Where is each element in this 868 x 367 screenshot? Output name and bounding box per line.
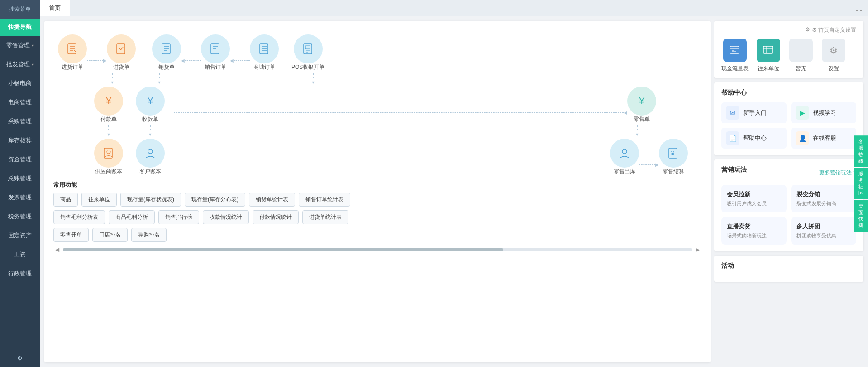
sidebar-item-ecommerce-small[interactable]: 小畅电商 (0, 74, 40, 93)
float-btn-service[interactable]: 客服热线 (854, 135, 868, 167)
quick-nav-none[interactable]: 暂无 (788, 39, 814, 72)
common-buttons-row2: 销售毛利分析表 商品毛利分析 销售排行榜 收款情况统计 付款情况统计 进货单统计… (53, 210, 701, 224)
btn-guide-rank[interactable]: 导购排名 (131, 228, 167, 242)
node-sales-order[interactable]: 销售订单 (201, 34, 230, 71)
node-supplier-book[interactable]: 供应商账本 (94, 139, 123, 175)
svg-rect-4 (117, 44, 125, 54)
sidebar-item-assets[interactable]: 固定资产 (0, 226, 40, 245)
marketing-item-member[interactable]: 会员拉新 吸引用户成为会员 (721, 185, 787, 212)
node-customer-book[interactable]: 客户账本 (136, 139, 165, 175)
btn-sales-stat[interactable]: 销货单统计表 (249, 193, 295, 207)
connector-2: ◀ (181, 58, 201, 63)
sidebar-search[interactable]: 搜索菜单 (0, 0, 40, 19)
retail-outbound-icon (610, 139, 639, 168)
btn-receipt-stat[interactable]: 收款情况统计 (203, 210, 249, 224)
beginner-icon: ✉ (726, 106, 739, 120)
sidebar-item-salary[interactable]: 工资 (0, 245, 40, 264)
customize-settings[interactable]: ⚙ ⚙ 首页自定义设置 (721, 26, 856, 34)
float-btn-desktop[interactable]: 桌面快捷 (854, 200, 868, 232)
help-item-support[interactable]: 👤 在线客服 (791, 128, 856, 149)
btn-sales-profit[interactable]: 销售毛利分析表 (53, 210, 105, 224)
marketing-item-live[interactable]: 直播卖货 场景式购物新玩法 (721, 217, 787, 245)
btn-purchase-stat[interactable]: 进货单统计表 (302, 210, 348, 224)
activity-panel: 活动 (714, 256, 863, 282)
sidebar-nav-header: 快捷导航 (0, 19, 40, 36)
btn-store-rank[interactable]: 门店排名 (92, 228, 128, 242)
fission-desc: 裂变式发展分销商 (796, 200, 851, 207)
chevron-down-icon: ▾ (32, 62, 34, 67)
btn-units[interactable]: 往来单位 (81, 193, 117, 207)
btn-stock-status[interactable]: 现存量(库存状况表) (120, 193, 181, 207)
connector-1: ▶ (87, 58, 107, 63)
node-retail-settlement[interactable]: ¥ 零售结算 (659, 139, 688, 175)
marketing-panel: 营销玩法 更多营销玩法 > 会员拉新 吸引用户成为会员 裂变分销 裂变式发展分销… (714, 159, 863, 251)
btn-goods[interactable]: 商品 (53, 193, 78, 207)
sidebar-item-ecommerce[interactable]: 电商管理 (0, 93, 40, 112)
sidebar-item-retail[interactable]: 零售管理 ▾ (0, 36, 40, 55)
scroll-right-arrow[interactable]: ▶ (694, 246, 701, 254)
node-purchase[interactable]: 进货单 (107, 34, 136, 71)
sidebar-item-tax[interactable]: 税务管理 (0, 207, 40, 226)
purchase-label: 进货单 (113, 63, 129, 71)
flow-panel: 进货订单 ▶ (44, 21, 711, 362)
retail-settlement-label: 零售结算 (663, 168, 684, 175)
supplier-book-label: 供应商账本 (95, 168, 122, 175)
scroll-track[interactable] (63, 248, 692, 251)
help-item-beginner[interactable]: ✉ 新手入门 (721, 102, 787, 123)
sidebar-item-ledger[interactable]: 总账管理 (0, 169, 40, 188)
btn-sales-order-stat[interactable]: 销售订单统计表 (299, 193, 350, 207)
svg-text:¥: ¥ (671, 150, 674, 157)
retail-icon: ¥ (627, 87, 656, 116)
sidebar-item-wholesale[interactable]: 批发管理 ▾ (0, 55, 40, 74)
btn-goods-profit[interactable]: 商品毛利分析 (109, 210, 155, 224)
sidebar-item-finance[interactable]: 资金管理 (0, 150, 40, 169)
chevron-down-icon: ▾ (32, 43, 34, 48)
sidebar-item-invoice[interactable]: 发票管理 (0, 188, 40, 207)
node-pos[interactable]: POS收银开单 (291, 34, 324, 71)
units-icon (757, 39, 780, 62)
sidebar-item-admin[interactable]: 行政管理 (0, 264, 40, 283)
node-sales[interactable]: 销货单 (152, 34, 181, 71)
fullscreen-icon[interactable]: ⛶ (855, 4, 868, 12)
float-btn-community[interactable]: 服务社区 (854, 168, 868, 199)
btn-payment-stat[interactable]: 付款情况统计 (253, 210, 299, 224)
help-item-video[interactable]: ▶ 视频学习 (791, 102, 856, 123)
sidebar-item-purchase[interactable]: 采购管理 (0, 112, 40, 131)
help-item-help[interactable]: 📄 帮助中心 (721, 128, 787, 149)
customer-book-label: 客户账本 (139, 168, 161, 175)
svg-point-22 (148, 149, 153, 154)
quick-nav-settings[interactable]: ⚙ 设置 (821, 39, 846, 72)
svg-rect-26 (730, 46, 739, 53)
payment-label: 付款单 (100, 116, 117, 123)
quick-nav-cashflow[interactable]: 现金流量表 (721, 39, 749, 72)
fission-title: 裂变分销 (796, 190, 851, 198)
marketing-item-group[interactable]: 多人拼团 拼团购物享受优惠 (791, 217, 856, 245)
quick-nav-units[interactable]: 往来单位 (756, 39, 781, 72)
btn-sales-rank[interactable]: 销售排行榜 (158, 210, 199, 224)
pos-label: POS收银开单 (291, 63, 324, 71)
node-mall-order[interactable]: 商城订单 (250, 34, 279, 71)
help-title: 帮助中心 (721, 89, 856, 97)
tab-bar: 首页 ⛶ (40, 0, 868, 16)
marketing-item-fission[interactable]: 裂变分销 裂变式发展分销商 (791, 185, 856, 212)
retail-label: 零售单 (634, 116, 650, 123)
node-receipt[interactable]: ¥ 收款单 (136, 87, 165, 123)
svg-rect-9 (211, 44, 219, 54)
tab-home[interactable]: 首页 (40, 0, 70, 16)
quick-nav-bar: ⚙ ⚙ 首页自定义设置 现金流量表 (714, 21, 863, 78)
member-title: 会员拉新 (727, 190, 781, 198)
beginner-label: 新手入门 (743, 109, 767, 117)
node-retail-outbound[interactable]: 零售出库 (610, 139, 639, 175)
scroll-left-arrow[interactable]: ◀ (53, 246, 61, 254)
node-purchase-order[interactable]: 进货订单 (58, 34, 87, 71)
settings-icon: ⚙ (822, 39, 845, 62)
purchase-order-icon (58, 34, 87, 63)
node-retail[interactable]: ¥ 零售单 (627, 87, 656, 123)
marketing-more[interactable]: 更多营销玩法 > (819, 169, 856, 177)
sidebar-item-inventory[interactable]: 库存核算 (0, 131, 40, 150)
sidebar-settings[interactable]: ⚙ (0, 349, 40, 367)
svg-rect-0 (68, 44, 76, 54)
btn-stock-dist[interactable]: 现存量(库存分布表) (185, 193, 245, 207)
btn-retail-order[interactable]: 零售开单 (53, 228, 89, 242)
node-payment[interactable]: ¥ 付款单 (94, 87, 123, 123)
